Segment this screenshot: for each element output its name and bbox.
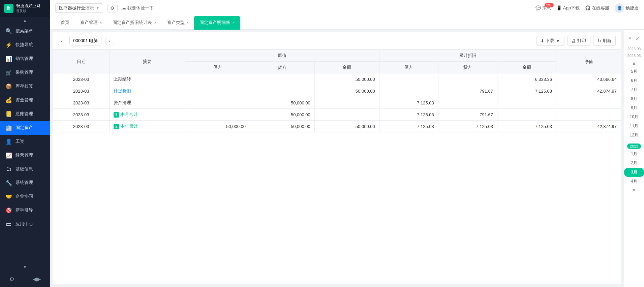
sidebar-item-system[interactable]: 🔧 系统管理 bbox=[0, 176, 50, 190]
cell-dep-credit: 791.67 bbox=[438, 85, 497, 97]
cell-dep-credit bbox=[438, 73, 497, 85]
cell-orig-credit: 50,000.00 bbox=[250, 97, 314, 109]
ledger-icon: 📒 bbox=[5, 111, 12, 117]
company-name: 医疗器械行业演示 bbox=[59, 5, 94, 11]
sidebar-item-ledger[interactable]: 📒 总账管理 bbox=[0, 107, 50, 121]
sidebar-scroll-up[interactable]: ▲ bbox=[0, 17, 50, 24]
sidebar-item-guide[interactable]: 🎯 新手引导 bbox=[0, 203, 50, 217]
cell-dep-debit: 7,125.03 bbox=[379, 109, 438, 121]
download-button[interactable]: ⬇ 下载 ▼ bbox=[536, 36, 564, 46]
app-center-icon: 🗃 bbox=[5, 221, 12, 227]
settings-button[interactable]: ⚙ bbox=[6, 274, 18, 284]
asset-id-display: 000001 电脑 bbox=[69, 36, 101, 45]
sidebar-nav: 🔍 搜索菜单 ⚡ 快捷导航 📊 销售管理 🛒 采购管理 📦 库存核算 💰 资金管… bbox=[0, 24, 50, 263]
col-original-credit: 贷方 bbox=[250, 62, 314, 73]
tab-asset-detail-close[interactable]: × bbox=[232, 21, 234, 25]
sidebar-item-operations[interactable]: 📈 经营管理 bbox=[0, 149, 50, 162]
timeline-month-12[interactable]: 12月 bbox=[624, 131, 644, 140]
timeline-month-11[interactable]: 11月 bbox=[624, 122, 644, 131]
next-asset-button[interactable]: › bbox=[105, 37, 113, 45]
cell-dep-balance: 7,125.03 bbox=[497, 121, 556, 132]
message-icon: 💬 bbox=[535, 5, 541, 10]
cell-orig-credit bbox=[250, 73, 314, 85]
company-selector[interactable]: 医疗器械行业演示 ▼ bbox=[55, 3, 103, 13]
print-button[interactable]: 🖨 打印 bbox=[567, 36, 590, 46]
table-row: 2023-03 Σ本年累计 50,000.00 50,000.00 50,000… bbox=[53, 121, 621, 132]
tab-asset-detail[interactable]: 固定资产明细账 × bbox=[194, 16, 240, 30]
sidebar-item-inventory[interactable]: 📦 库存核算 bbox=[0, 79, 50, 93]
cell-dep-credit: 7,125.03 bbox=[438, 121, 497, 132]
timeline-month-5[interactable]: 5月 bbox=[624, 67, 644, 76]
cell-dep-balance: 6,333.36 bbox=[497, 73, 556, 85]
top-header: 医疗器械行业演示 ▼ ⚙ ☁ 我要体验一下 💬 消息 99+ 📱 App下载 🎧… bbox=[50, 0, 644, 16]
timeline-panel: × ⤢ 2023.03 2023.03 ▲ 5月 6月 7月 8月 9月 10月… bbox=[624, 30, 644, 287]
sidebar-item-purchase[interactable]: 🛒 采购管理 bbox=[0, 66, 50, 79]
tab-home[interactable]: 首页 bbox=[55, 16, 75, 30]
col-original-debit: 借方 bbox=[185, 62, 250, 73]
timeline-down-arrow[interactable]: ▼ bbox=[631, 186, 638, 194]
prev-asset-button[interactable]: ‹ bbox=[58, 37, 65, 45]
col-summary: 摘要 bbox=[110, 50, 185, 73]
col-accumulated-dep: 累计折旧 bbox=[379, 50, 556, 62]
collapse-button[interactable]: ◀▶ bbox=[29, 274, 44, 284]
sidebar-item-sales[interactable]: 📊 销售管理 bbox=[0, 52, 50, 66]
timeline-month-6[interactable]: 6月 bbox=[624, 76, 644, 85]
timeline-month-2[interactable]: 2月 bbox=[624, 159, 644, 168]
quick-nav-icon: ⚡ bbox=[5, 42, 12, 48]
message-action[interactable]: 💬 消息 99+ bbox=[535, 5, 551, 11]
tab-asset-mgmt-close[interactable]: × bbox=[100, 21, 102, 25]
customer-service-action[interactable]: 🎧 在线客服 bbox=[585, 5, 609, 11]
sidebar-item-quick-nav[interactable]: ⚡ 快捷导航 bbox=[0, 38, 50, 52]
service-icon: 🎧 bbox=[585, 5, 590, 10]
timeline-month-10[interactable]: 10月 bbox=[624, 113, 644, 122]
experience-button[interactable]: ☁ 我要体验一下 bbox=[122, 5, 154, 11]
company-settings-button[interactable]: ⚙ bbox=[107, 4, 118, 12]
timeline-month-1[interactable]: 1月 bbox=[624, 150, 644, 159]
asset-detail-table: 日期 摘要 原值 累计折旧 净值 借方 贷方 余额 借方 贷方 余额 bbox=[53, 50, 621, 132]
page-container: ‹ 000001 电脑 › ⬇ 下载 ▼ 🖨 打印 ↻ 刷新 bbox=[50, 30, 644, 287]
inventory-icon: 📦 bbox=[5, 83, 12, 90]
sidebar-scroll-down[interactable]: ▼ bbox=[0, 263, 50, 271]
user-profile[interactable]: 👤 畅捷通 bbox=[615, 3, 639, 13]
payroll-icon: 👤 bbox=[5, 138, 12, 145]
timeline-year-top: 2023.03 bbox=[624, 45, 644, 52]
sidebar-item-basic-info[interactable]: 🗂 基础信息 bbox=[0, 162, 50, 176]
cell-net-value: 42,874.97 bbox=[556, 85, 621, 97]
cell-net-value bbox=[556, 97, 621, 109]
timeline-month-3[interactable]: 3月 bbox=[624, 168, 644, 177]
sidebar-item-search[interactable]: 🔍 搜索菜单 bbox=[0, 24, 50, 38]
timeline-up-arrow[interactable]: ▲ bbox=[631, 59, 638, 67]
sidebar-item-finance[interactable]: 💰 资金管理 bbox=[0, 93, 50, 107]
tabs-bar: 首页 资产管理 × 固定资产折旧统计表 × 资产类型 × 固定资产明细账 × bbox=[50, 16, 644, 30]
sidebar-item-payroll[interactable]: 👤 工资 bbox=[0, 135, 50, 149]
col-dep-debit: 借方 bbox=[379, 62, 438, 73]
tab-asset-type[interactable]: 资产类型 × bbox=[162, 16, 194, 30]
timeline-month-7[interactable]: 7月 bbox=[624, 85, 644, 94]
tab-asset-type-close[interactable]: × bbox=[187, 21, 189, 25]
sidebar-item-app-center[interactable]: 🗃 应用中心 bbox=[0, 217, 50, 231]
timeline-close-button[interactable]: × bbox=[627, 34, 633, 43]
sidebar-item-fixed-assets[interactable]: 🏢 固定资产 bbox=[0, 121, 50, 135]
download-arrow-icon: ▼ bbox=[556, 38, 560, 43]
tab-depreciation-table[interactable]: 固定资产折旧统计表 × bbox=[107, 16, 161, 30]
tab-asset-mgmt[interactable]: 资产管理 × bbox=[75, 16, 107, 30]
cell-net-value: 43,666.64 bbox=[556, 73, 621, 85]
table-row: 2023-03 计提折旧 50,000.00 791.67 7,125.03 4… bbox=[53, 85, 621, 97]
cell-orig-credit: 50,000.00 bbox=[250, 109, 314, 121]
finance-icon: 💰 bbox=[5, 97, 12, 103]
cell-net-value: 42,874.97 bbox=[556, 121, 621, 132]
timeline-month-9[interactable]: 9月 bbox=[624, 103, 644, 113]
tab-depreciation-table-close[interactable]: × bbox=[154, 21, 156, 25]
content-toolbar: ‹ 000001 电脑 › ⬇ 下载 ▼ 🖨 打印 ↻ 刷新 bbox=[53, 32, 621, 50]
app-download-action[interactable]: 📱 App下载 bbox=[556, 5, 580, 11]
timeline-expand-button[interactable]: ⤢ bbox=[634, 34, 641, 43]
sidebar-item-cooperation[interactable]: 🤝 企业协同 bbox=[0, 190, 50, 203]
cell-orig-debit bbox=[185, 109, 250, 121]
sidebar: 财 畅捷通好业财 普及版 ▲ 🔍 搜索菜单 ⚡ 快捷导航 📊 销售管理 🛒 采购… bbox=[0, 0, 50, 287]
timeline-month-4[interactable]: 4月 bbox=[624, 177, 644, 186]
company-dropdown-icon: ▼ bbox=[96, 6, 99, 10]
cell-orig-credit: 50,000.00 bbox=[250, 121, 314, 132]
fixed-assets-icon: 🏢 bbox=[5, 125, 12, 131]
timeline-month-8[interactable]: 8月 bbox=[624, 94, 644, 103]
refresh-button[interactable]: ↻ 刷新 bbox=[593, 36, 616, 46]
